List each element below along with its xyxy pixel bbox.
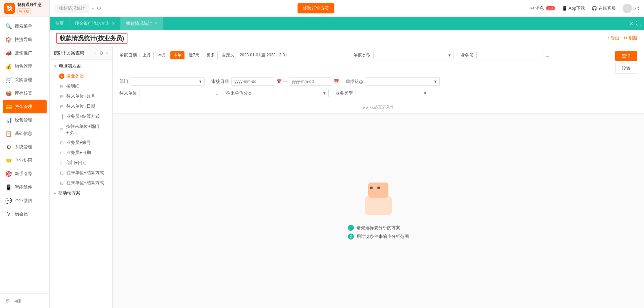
nav-label-sales: 销售管理: [15, 63, 32, 69]
partner-filter: 往来单位 ...: [119, 89, 219, 97]
scheme-item-往来单位+账号[interactable]: ⊟往来单位+账号: [50, 91, 112, 101]
scheme-item-往来单位+结算方式[interactable]: ⊟往来单位+结算方式: [50, 178, 112, 188]
tab-label-bank: 现金银行流水查询: [75, 20, 110, 27]
trial-button[interactable]: 体验行业方案: [298, 3, 334, 13]
partner-more-icon[interactable]: ...: [216, 91, 219, 96]
sidebar-item-enterprise[interactable]: 🤝企业协同: [0, 154, 49, 167]
refresh-button[interactable]: ↻ 刷新: [624, 35, 637, 41]
page-title: 收款情况统计(按业务员): [56, 33, 127, 44]
export-button[interactable]: ↑ 导出: [607, 35, 620, 41]
scheme-header-actions: + ⚙ «: [95, 50, 108, 56]
sidebar-item-quick[interactable]: 🏠快捷导航: [0, 33, 49, 46]
tab-close-bank[interactable]: ✕: [112, 21, 115, 26]
scheme-item-业务员+日期[interactable]: ⊙业务员+日期: [50, 148, 112, 158]
sidebar-item-search[interactable]: 🔍搜索菜单: [0, 19, 49, 33]
scheme-item-往来单位+结算方式[interactable]: ⊞往来单位+结算方式: [50, 168, 112, 178]
sidebar-item-guide[interactable]: 🎯新手引导: [0, 167, 49, 181]
header-right: ✉ 消息 99+ 📱 App下载 🎧 在线客服 Rit: [530, 4, 639, 13]
window-close-icon[interactable]: ✕: [629, 20, 633, 27]
message-label: 消息: [535, 5, 544, 11]
review-date-end[interactable]: [289, 78, 332, 86]
nav-label-inventory: 库存核算: [15, 90, 32, 96]
nav-icon-search: 🔍: [5, 23, 12, 30]
scheme-group: ▼电脑端方案●按业务员⊞按明细⊟往来单位+账号⊟往来单位+日期▐业务员+结算方式…: [50, 61, 112, 188]
dept-filter: 部门 ▾: [119, 77, 205, 86]
settings-button[interactable]: 设置: [615, 63, 637, 74]
window-expand-icon[interactable]: ⛶: [636, 20, 641, 27]
review-date-inputs: 📅 — 📅: [231, 78, 339, 86]
scheme-item-业务员+结算方式[interactable]: ▐业务员+结算方式: [50, 111, 112, 121]
nav-label-search: 搜索菜单: [15, 23, 32, 29]
nav-icon-sales: 💰: [5, 63, 12, 70]
sidebar-item-wechat[interactable]: 💬企业微信: [0, 194, 49, 207]
sidebar-item-system[interactable]: ⚙系统管理: [0, 140, 49, 154]
settings-bottom-icon[interactable]: ⚙: [5, 298, 10, 304]
nav-icon-basic: 📋: [5, 130, 12, 137]
sidebar-item-basic[interactable]: 📋基础信息: [0, 127, 49, 140]
scheme-item-table-icon: ⊟: [60, 94, 64, 99]
scheme-group-title-电脑端方案[interactable]: ▼电脑端方案: [50, 61, 112, 71]
top-header: 收款情况统计 ▾ ⚙ 体验行业方案 ✉ 消息 99+ 📱 App下载 🎧 在线客…: [50, 0, 644, 17]
scheme-icon-wrap: ⊞: [59, 84, 64, 89]
sidebar-item-hardware[interactable]: 📱智能硬件: [0, 181, 49, 194]
tab-close-collection[interactable]: ✕: [154, 21, 158, 26]
scheme-panel: 按以下方案查询 + ⚙ « ▼电脑端方案●按业务员⊞按明细⊟往来单位+账号⊟往来…: [50, 46, 113, 308]
doctype-select[interactable]: ▾: [373, 51, 454, 59]
scheme-item-业务员+账号[interactable]: ⊟业务员+账号: [50, 138, 112, 148]
tab-label-home: 首页: [55, 20, 64, 27]
salesman-input[interactable]: [479, 53, 540, 58]
date-btn-本年[interactable]: 本年: [170, 51, 184, 59]
breadcrumb-dropdown-icon[interactable]: ▾: [92, 6, 94, 11]
sidebar-item-finance[interactable]: 💳资金管理: [3, 100, 47, 113]
scheme-item-table-icon: ⊟: [60, 181, 64, 186]
scheme-add-icon[interactable]: +: [95, 50, 97, 56]
date-btn-更多[interactable]: 更多: [204, 51, 218, 59]
salesman-more-icon[interactable]: ...: [546, 53, 549, 58]
date-btn-本月[interactable]: 本月: [155, 51, 169, 59]
scheme-item-按业务员[interactable]: ●按业务员: [50, 71, 112, 81]
message-item[interactable]: ✉ 消息 99+: [530, 5, 555, 11]
scheme-collapse-icon[interactable]: «: [106, 50, 108, 56]
sidebar-nav: 🔍搜索菜单🏠快捷导航📣营销推广💰销售管理🛒采购管理📦库存核算💳资金管理📊经营管理…: [0, 17, 49, 293]
app-download-item[interactable]: 📱 App下载: [562, 5, 585, 11]
scheme-item-按往来单位+部门+收...[interactable]: ⊟按往来单位+部门+收...: [50, 121, 112, 138]
tab-home[interactable]: 首页: [50, 17, 69, 30]
sidebar-item-purchase[interactable]: 🛒采购管理: [0, 73, 49, 87]
scheme-item-往来单位+日期[interactable]: ⊟往来单位+日期: [50, 101, 112, 111]
partner-label: 往来单位: [119, 90, 137, 96]
calendar-icon-2[interactable]: 📅: [334, 79, 339, 84]
partner-input[interactable]: [143, 91, 210, 96]
online-service-item[interactable]: 🎧 在线客服: [592, 5, 616, 11]
tab-collection[interactable]: 收款情况统计✕: [121, 17, 163, 30]
nav-icon-finance: 💳: [5, 103, 12, 110]
doc-status-select[interactable]: ▾: [366, 77, 440, 86]
query-button[interactable]: 查询: [615, 51, 637, 61]
user-item[interactable]: Rit: [623, 4, 639, 13]
scheme-item-部门+日期[interactable]: ⊙部门+日期: [50, 158, 112, 168]
online-service-label: 在线客服: [598, 5, 616, 11]
sidebar-item-vip[interactable]: V畅会员: [0, 207, 49, 221]
biz-type-select[interactable]: ▾: [356, 89, 429, 97]
partner-class-select[interactable]: ▾: [255, 89, 329, 97]
sidebar-item-inventory[interactable]: 📦库存核算: [0, 87, 49, 100]
collapse-sidebar-icon[interactable]: ◀▮: [14, 298, 21, 304]
header-gear-icon[interactable]: ⚙: [97, 5, 101, 11]
scheme-header: 按以下方案查询 + ⚙ «: [50, 46, 112, 60]
scheme-group-title-移动端方案[interactable]: ▶移动端方案: [50, 188, 112, 198]
scheme-settings-icon[interactable]: ⚙: [99, 50, 104, 56]
collapse-bar[interactable]: ∧∧ 收起更多条件: [113, 101, 644, 113]
sidebar-item-sales[interactable]: 💰销售管理: [0, 60, 49, 73]
robot-illustration: [358, 183, 398, 219]
scheme-item-按明细[interactable]: ⊞按明细: [50, 81, 112, 91]
date-btn-自定义[interactable]: 自定义: [219, 51, 237, 59]
sidebar-item-marketing[interactable]: 📣营销推广: [0, 46, 49, 60]
sidebar-item-operation[interactable]: 📊经营管理: [0, 113, 49, 127]
date-btn-近7天[interactable]: 近7天: [186, 51, 202, 59]
review-date-start[interactable]: [231, 78, 275, 86]
export-icon: ↑: [607, 36, 610, 41]
date-btn-上月[interactable]: 上月: [140, 51, 154, 59]
tab-bank[interactable]: 现金银行流水查询✕: [69, 17, 121, 30]
user-name: Rit: [633, 6, 639, 11]
dept-select[interactable]: ▾: [131, 77, 205, 86]
calendar-icon-1[interactable]: 📅: [276, 79, 282, 84]
